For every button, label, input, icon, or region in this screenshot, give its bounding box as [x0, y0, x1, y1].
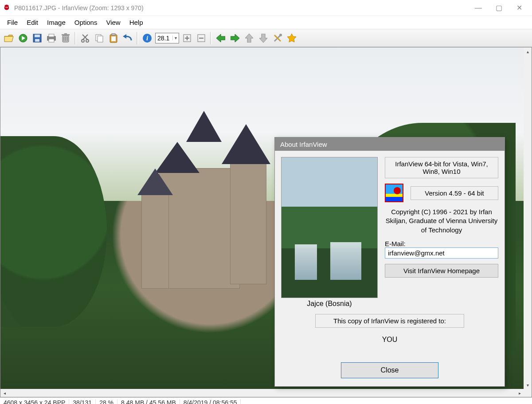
svg-rect-11 — [64, 33, 67, 35]
menu-edit[interactable]: Edit — [23, 18, 42, 27]
scroll-down-icon[interactable]: ▾ — [524, 381, 532, 389]
registered-label: This copy of IrfanView is registered to: — [315, 314, 464, 328]
menu-options[interactable]: Options — [71, 18, 101, 27]
tools-icon[interactable] — [271, 32, 284, 44]
info-icon[interactable]: i — [141, 32, 153, 44]
print-icon[interactable] — [45, 32, 58, 44]
zoom-out-icon[interactable] — [195, 32, 207, 44]
about-version-label: Version 4.59 - 64 bit — [411, 186, 498, 200]
email-label: E-Mail: — [385, 240, 498, 247]
window-close-button[interactable]: ✕ — [509, 1, 529, 15]
zoom-in-icon[interactable] — [181, 32, 193, 44]
status-datetime: 8/4/2019 / 08:56:55 — [180, 399, 241, 404]
window-minimize-button[interactable]: — — [468, 1, 489, 15]
paste-icon[interactable] — [107, 32, 120, 44]
menu-file[interactable]: File — [4, 18, 21, 27]
down-icon[interactable] — [257, 32, 270, 44]
svg-rect-20 — [112, 33, 115, 35]
scroll-left-icon[interactable]: ◂ — [0, 389, 8, 397]
svg-point-1 — [7, 7, 8, 8]
scroll-up-icon[interactable]: ▴ — [524, 47, 532, 55]
statusbar: 4608 x 3456 x 24 BPP 38/131 28 % 8.48 MB… — [0, 397, 532, 404]
about-dialog: About IrfanView Jajce (Bosnia) IrfanView… — [274, 137, 505, 387]
star-icon[interactable] — [286, 32, 298, 44]
status-zoom: 28 % — [96, 399, 117, 404]
scroll-right-icon[interactable]: ▸ — [516, 389, 524, 397]
status-memory: 8.48 MB / 45.56 MB — [117, 399, 180, 404]
window-title: P8011617.JPG - IrfanView (Zoom: 1293 x 9… — [14, 4, 468, 12]
svg-rect-8 — [49, 39, 54, 42]
delete-icon[interactable] — [59, 32, 72, 44]
svg-point-16 — [86, 39, 89, 42]
undo-icon[interactable] — [121, 32, 134, 44]
menu-help[interactable]: Help — [126, 18, 147, 27]
svg-rect-18 — [98, 36, 103, 42]
svg-rect-21 — [111, 36, 116, 41]
svg-point-0 — [5, 7, 6, 8]
zoom-level-value: 28.1 — [157, 35, 169, 42]
window-titlebar: P8011617.JPG - IrfanView (Zoom: 1293 x 9… — [0, 0, 532, 16]
status-index: 38/131 — [69, 399, 96, 404]
svg-point-15 — [82, 39, 84, 42]
about-image-caption: Jajce (Bosnia) — [281, 298, 378, 308]
save-icon[interactable] — [31, 32, 43, 44]
about-dialog-image — [281, 157, 378, 298]
open-icon[interactable] — [3, 32, 15, 44]
svg-rect-4 — [35, 35, 40, 37]
menubar: File Edit Image Options View Help — [0, 16, 532, 29]
irfanview-logo-icon — [385, 184, 403, 202]
copy-icon[interactable] — [93, 32, 106, 44]
about-dialog-title[interactable]: About IrfanView — [275, 137, 505, 151]
svg-rect-7 — [49, 34, 54, 37]
toolbar: i 28.1 ▾ — [0, 29, 532, 47]
horizontal-scrollbar[interactable]: ◂ ▸ — [0, 389, 524, 397]
vertical-scrollbar[interactable]: ▴ ▾ — [524, 47, 532, 389]
svg-point-29 — [279, 34, 282, 36]
next-icon[interactable] — [229, 32, 241, 44]
svg-rect-5 — [35, 39, 39, 42]
about-copyright: Copyright (C) 1996 - 2021 by Irfan Skilj… — [385, 208, 498, 235]
cut-icon[interactable] — [79, 32, 91, 44]
up-icon[interactable] — [243, 32, 255, 44]
menu-image[interactable]: Image — [43, 18, 69, 27]
menu-view[interactable]: View — [102, 18, 124, 27]
zoom-level-field[interactable]: 28.1 ▾ — [155, 33, 179, 43]
image-viewport: ▴ ▾ ◂ ▸ About IrfanView Jajce (Bosnia) I… — [0, 47, 532, 397]
about-product-label: IrfanView 64-bit for Vista, Win7, Win8, … — [385, 157, 498, 178]
slideshow-icon[interactable] — [17, 32, 29, 44]
window-maximize-button[interactable]: ▢ — [489, 1, 509, 15]
chevron-down-icon[interactable]: ▾ — [172, 35, 177, 40]
irfanview-app-icon — [3, 4, 11, 12]
prev-icon[interactable] — [215, 32, 227, 44]
registered-to: YOU — [382, 336, 398, 344]
email-field[interactable]: irfanview@gmx.net — [385, 247, 498, 259]
about-close-button[interactable]: Close — [341, 362, 438, 378]
visit-homepage-button[interactable]: Visit IrfanView Homepage — [385, 264, 498, 278]
status-dimensions: 4608 x 3456 x 24 BPP — [0, 399, 69, 404]
